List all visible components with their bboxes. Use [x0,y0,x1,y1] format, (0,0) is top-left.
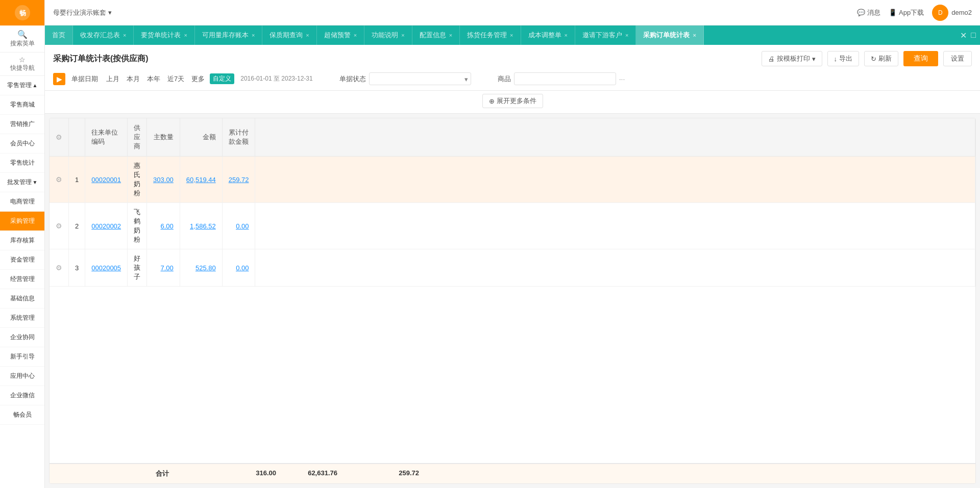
gear-icon[interactable] [56,222,62,230]
sidebar-item-inventory[interactable]: 库存核算 [0,231,44,250]
sidebar-item-retail-stat[interactable]: 零售统计 [0,153,44,173]
tab-close-icon[interactable]: × [123,32,126,38]
footer-paid: 259.72 [344,464,425,483]
sidebar-item-search[interactable]: 🔍 搜索英单 [0,25,44,53]
col-settings[interactable] [50,118,69,157]
gear-icon[interactable] [56,134,62,141]
sidebar-item-retail-mall[interactable]: 零售商城 [0,95,44,115]
date-custom-badge[interactable]: 自定义 [210,73,234,84]
date-7days[interactable]: 近7天 [165,73,186,85]
row-settings[interactable] [50,203,69,249]
table-header: 往来单位编码 供应商 主数量 金额 累计付款金额 [50,118,975,157]
more-filter-icon[interactable]: ··· [619,75,625,83]
row-paid[interactable]: 0.00 [222,249,255,287]
sidebar-item-base[interactable]: 基础信息 [0,289,44,309]
user-menu[interactable]: D demo2 [932,5,972,21]
row-qty[interactable]: 303.00 [147,157,180,203]
tab-close-icon[interactable]: × [401,32,404,38]
col-extra [255,118,975,157]
tab-avail-stock[interactable]: 可用量库存账本 × [195,25,262,45]
settings-btn[interactable]: 设置 [943,51,972,66]
sidebar-item-finance[interactable]: 资金管理 [0,250,44,270]
status-select[interactable] [369,72,471,85]
filter-area: ▶ 单据日期 上月 本月 本年 近7天 更多 自定义 2016-01-01 至 [53,72,972,90]
row-qty[interactable]: 6.00 [147,203,180,249]
tab-close-icon[interactable]: × [306,32,309,38]
col-qty: 主数量 [147,118,180,157]
tab-pick-task[interactable]: 拣货任务管理 × [460,25,521,45]
sidebar-item-ops[interactable]: 经营管理 [0,270,44,289]
tab-config[interactable]: 配置信息 × [412,25,460,45]
sidebar-item-marketing[interactable]: 营销推广 [0,115,44,134]
tabbar-end: ✕ □ [960,31,980,40]
mobile-icon: 📱 [889,9,897,16]
sidebar-item-new-guide[interactable]: 新手引导 [0,347,44,367]
tab-close-icon[interactable]: × [693,32,696,38]
tab-invite-customer[interactable]: 邀请下游客户 × [575,25,636,45]
sidebar-item-member[interactable]: 会员中心 [0,134,44,153]
filter-toggle-btn[interactable]: ▶ [53,73,65,85]
sidebar-item-enterprise-wechat[interactable]: 企业微信 [0,386,44,405]
table-row[interactable]: 3 00020005 好孩子 7.00 525.80 0.00 [50,249,975,287]
sidebar-item-app-center[interactable]: 应用中心 [0,367,44,386]
row-unit-code[interactable]: 00020002 [85,203,128,249]
row-amount[interactable]: 1,586.52 [180,203,222,249]
gear-icon[interactable] [56,176,62,184]
tab-goods-stat[interactable]: 要货单统计表 × [134,25,194,45]
date-this-month[interactable]: 本月 [125,73,142,85]
window-max-btn[interactable]: □ [971,31,976,40]
row-settings[interactable] [50,157,69,203]
tab-close-icon[interactable]: × [625,32,628,38]
sidebar-item-quick-nav[interactable]: ☆ 快捷导航 [0,53,44,76]
tab-warranty[interactable]: 保质期查询 × [262,25,316,45]
expand-more-btn[interactable]: ⊕ 展开更多条件 [482,94,543,108]
row-unit-code[interactable]: 00020001 [85,157,128,203]
row-paid[interactable]: 0.00 [222,203,255,249]
sidebar-item-purchase[interactable]: 采购管理 [0,212,44,231]
refresh-btn[interactable]: ↻ 刷新 [864,51,898,66]
sidebar-item-vip[interactable]: 畅会员 [0,405,44,425]
export-btn[interactable]: ↓ 导出 [827,51,860,66]
sidebar-item-ecom[interactable]: 电商管理 [0,192,44,212]
tab-receive-send[interactable]: 收发存汇总表 × [73,25,134,45]
table-row[interactable]: 1 00020001 惠氏奶粉 303.00 60,519.44 259.72 [50,157,975,203]
gear-icon[interactable] [56,264,62,272]
app-download-btn[interactable]: 📱 App下载 [889,8,924,17]
table-row[interactable]: 2 00020002 飞鹤奶粉 6.00 1,586.52 0.00 [50,203,975,249]
goods-input[interactable] [514,72,616,85]
row-no: 2 [69,203,85,249]
row-amount[interactable]: 60,519.44 [180,157,222,203]
tab-home[interactable]: 首页 [45,25,73,45]
row-qty[interactable]: 7.00 [147,249,180,287]
tab-close-icon[interactable]: × [184,32,187,38]
tab-purchase-stat[interactable]: 采购订单统计表 × [636,25,703,45]
date-more[interactable]: 更多 [189,73,207,85]
sidebar-logo[interactable]: 畅 母婴行业演示账套 [0,0,44,25]
sidebar-item-system[interactable]: 系统管理 [0,309,44,328]
row-supplier: 飞鹤奶粉 [128,203,147,249]
tab-close-icon[interactable]: × [510,32,513,38]
tab-function-desc[interactable]: 功能说明 × [364,25,412,45]
sidebar-item-wholesale[interactable]: 批发管理 ▼ [0,173,44,192]
query-btn[interactable]: 查询 [903,51,938,66]
window-close-btn[interactable]: ✕ [960,31,967,40]
row-settings[interactable] [50,249,69,287]
org-selector[interactable]: 母婴行业演示账套 ▾ [53,8,112,17]
row-unit-code[interactable]: 00020005 [85,249,128,287]
tab-close-icon[interactable]: × [565,32,568,38]
tab-close-icon[interactable]: × [449,32,452,38]
sidebar-item-enterprise[interactable]: 企业协同 [0,328,44,347]
message-btn[interactable]: 💬 消息 [857,8,880,17]
topbar-left: 母婴行业演示账套 ▾ [53,8,112,17]
date-last-month[interactable]: 上月 [104,73,121,85]
sidebar-item-retail[interactable]: 零售管理 ▲ [0,76,44,95]
row-paid[interactable]: 259.72 [222,157,255,203]
template-print-btn[interactable]: 🖨 按模板打印 ▾ [762,51,822,66]
tab-close-icon[interactable]: × [354,32,357,38]
row-amount[interactable]: 525.80 [180,249,222,287]
tab-overstock[interactable]: 超储预警 × [317,25,364,45]
tab-cost-adjust[interactable]: 成本调整单 × [521,25,575,45]
row-extra [255,249,975,287]
date-this-year[interactable]: 本年 [145,73,162,85]
tab-close-icon[interactable]: × [252,32,255,38]
